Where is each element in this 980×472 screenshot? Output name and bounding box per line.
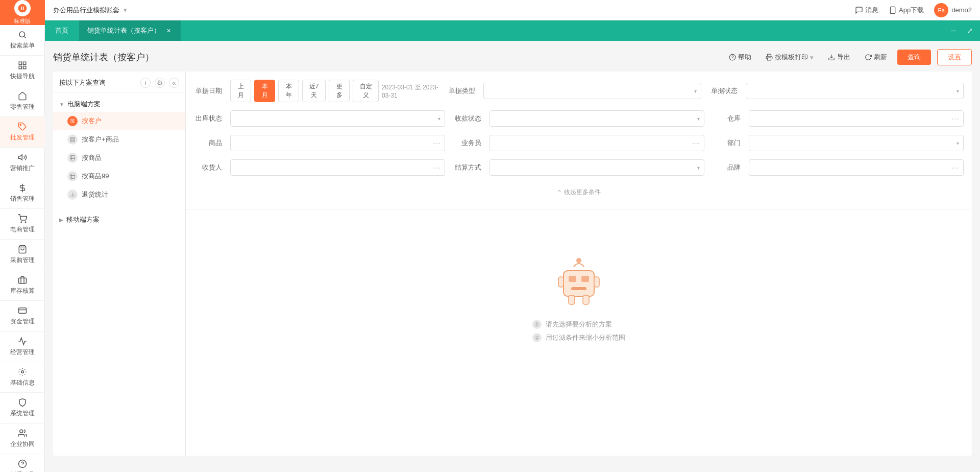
sidebar-label-sales: 销售管理 <box>10 195 35 203</box>
tab-minimize-icon[interactable]: ─ <box>947 25 960 37</box>
brand-select[interactable]: ··· <box>749 159 964 176</box>
sidebar-item-system[interactable]: 系统管理 <box>0 393 45 423</box>
receiver-dots[interactable]: ··· <box>433 162 440 173</box>
status-label: 单据状态 <box>709 86 738 96</box>
sidebar-item-search[interactable]: 搜索菜单 <box>0 25 45 56</box>
sidebar-item-marketing[interactable]: 营销推广 <box>0 148 45 178</box>
settings-btn[interactable]: 设置 <box>937 49 972 65</box>
app-download-label: App下载 <box>899 6 924 15</box>
user-area[interactable]: Ea demo2 <box>934 3 972 17</box>
goods-label: 商品 <box>194 138 222 148</box>
sidebar-label-wholesale: 批发管理 <box>10 133 35 142</box>
scheme-item-goods99-icon <box>67 171 78 181</box>
tab-close-btn[interactable]: ✕ <box>164 27 173 35</box>
export-label: 导出 <box>837 53 850 62</box>
receiver-select[interactable]: ··· <box>230 159 445 176</box>
sidebar-item-inventory[interactable]: 库存核算 <box>0 270 45 301</box>
sidebar-item-sales[interactable]: 销售管理 <box>0 178 45 209</box>
date-btn-lastmonth[interactable]: 上月 <box>230 80 251 102</box>
app-subtitle: 标准版 <box>14 17 31 25</box>
out-status-select[interactable]: ▾ <box>230 110 445 127</box>
empty-state: ① 请先选择要分析的方案 ② 用过滤条件来缩小分析范围 <box>186 209 972 383</box>
template-print-label: 按模板打印 <box>775 53 808 62</box>
svg-rect-51 <box>583 295 589 304</box>
page-header: 销货单统计表（按客户） 帮助 按模板打印 ▾ 导出 刷新 <box>53 49 972 65</box>
top-header: 办公用品行业模拟账套 ▾ 消息 App下载 Ea demo2 <box>45 0 980 20</box>
header-right: 消息 App下载 Ea demo2 <box>855 3 972 17</box>
warehouse-select[interactable]: ··· <box>749 110 964 127</box>
app-download-btn[interactable]: App下载 <box>889 6 924 15</box>
date-btn-thisyear[interactable]: 本年 <box>278 80 299 102</box>
brand-label: 品牌 <box>713 163 741 172</box>
sidebar-label-collab: 企业协同 <box>10 440 35 449</box>
page-content: 销货单统计表（按客户） 帮助 按模板打印 ▾ 导出 刷新 <box>45 41 980 472</box>
sidebar-item-ecommerce[interactable]: 电商管理 <box>0 209 45 240</box>
out-status-label: 出库状态 <box>194 114 222 123</box>
scheme-add-btn[interactable]: + <box>140 78 151 88</box>
scheme-edit-btn[interactable]: ⚙ <box>155 78 165 88</box>
sidebar-item-purchase[interactable]: 采购管理 <box>0 240 45 270</box>
svg-rect-49 <box>594 277 599 287</box>
query-btn[interactable]: 查询 <box>897 50 931 65</box>
scheme-collapse-btn[interactable]: « <box>169 78 179 88</box>
scheme-group-pc-header[interactable]: ▼ 电脑端方案 <box>53 97 185 112</box>
date-btn-custom[interactable]: 自定义 <box>353 80 379 102</box>
export-btn[interactable]: 导出 <box>824 51 854 64</box>
pc-group-label: 电脑端方案 <box>67 100 101 109</box>
scheme-item-goods[interactable]: 按商品 <box>53 149 185 167</box>
sidebar-item-wholesale[interactable]: 批发管理 <box>0 117 45 148</box>
settle-arrow: ▾ <box>697 165 700 171</box>
scheme-item-customer-goods[interactable]: 按客户+商品 <box>53 130 185 149</box>
scheme-item-customer[interactable]: 按 按客户 <box>53 112 185 130</box>
empty-tip-2: ② 用过滤条件来缩小分析范围 <box>532 333 625 342</box>
warehouse-dots[interactable]: ··· <box>951 113 959 124</box>
type-select[interactable]: ▾ <box>483 83 701 99</box>
refresh-btn[interactable]: 刷新 <box>861 51 891 64</box>
scheme-item-goods99[interactable]: 按商品99 <box>53 167 185 185</box>
scheme-item-returns[interactable]: 退货统计 <box>53 185 185 204</box>
help-btn[interactable]: 帮助 <box>725 51 755 64</box>
scheme-item-customer-goods-label: 按客户+商品 <box>82 135 119 144</box>
svg-point-15 <box>21 371 23 373</box>
date-btn-7days[interactable]: 近7天 <box>302 80 326 102</box>
collapse-label: 收起更多条件 <box>564 188 601 197</box>
svg-rect-30 <box>73 137 75 139</box>
tab-maximize-icon[interactable]: ⤢ <box>964 25 976 37</box>
tab-current[interactable]: 销货单统计表（按客户） ✕ <box>79 20 181 41</box>
sidebar-label-search: 搜索菜单 <box>10 41 35 50</box>
svg-rect-23 <box>890 7 895 13</box>
sidebar-item-basic[interactable]: 基础信息 <box>0 362 45 393</box>
sidebar-item-finance[interactable]: 资金管理 <box>0 301 45 332</box>
date-btn-more[interactable]: 更多 <box>329 80 350 102</box>
template-print-arrow[interactable]: ▾ <box>810 54 814 61</box>
sidebar-item-collab[interactable]: 企业协同 <box>0 423 45 454</box>
tab-home[interactable]: 首页 <box>45 20 79 41</box>
messages-btn[interactable]: 消息 <box>855 6 878 15</box>
staff-select[interactable]: ··· <box>489 135 704 151</box>
help-label: 帮助 <box>738 53 751 62</box>
mobile-group-arrow: ▶ <box>59 217 63 223</box>
sidebar-item-operation[interactable]: 经营管理 <box>0 332 45 362</box>
goods-dots[interactable]: ··· <box>433 138 440 149</box>
page-actions: 帮助 按模板打印 ▾ 导出 刷新 查询 设置 <box>725 49 972 65</box>
tip-text-1: 请先选择要分析的方案 <box>546 320 612 329</box>
sidebar-item-guide[interactable]: 新手引导 <box>0 454 45 472</box>
sidebar-label-system: 系统管理 <box>10 409 35 418</box>
scheme-group-mobile-header[interactable]: ▶ 移动端方案 <box>53 212 185 227</box>
sidebar-item-retail[interactable]: 零售管理 <box>0 86 45 117</box>
right-area: 单据日期 上月 本月 本年 近7天 更多 自定义 2023-03-01 至 20… <box>186 72 972 456</box>
status-select[interactable]: ▾ <box>746 83 964 99</box>
sidebar-label-finance: 资金管理 <box>10 317 35 326</box>
dropdown-arrow[interactable]: ▾ <box>124 6 127 14</box>
template-print-btn[interactable]: 按模板打印 ▾ <box>762 51 818 64</box>
sidebar-item-quicknav[interactable]: 快捷导航 <box>0 56 45 86</box>
brand-dots[interactable]: ··· <box>951 162 959 173</box>
pay-status-select[interactable]: ▾ <box>489 110 704 127</box>
date-btn-thismonth[interactable]: 本月 <box>254 80 275 102</box>
settle-select[interactable]: ▾ <box>489 159 704 176</box>
dept-select[interactable]: ▾ <box>749 135 964 151</box>
goods-select[interactable]: ··· <box>230 135 445 151</box>
staff-dots[interactable]: ··· <box>692 138 700 149</box>
main-area: 办公用品行业模拟账套 ▾ 消息 App下载 Ea demo2 首页 销货单统计表… <box>45 0 980 472</box>
collapse-btn[interactable]: ⌃ 收起更多条件 <box>553 184 605 201</box>
